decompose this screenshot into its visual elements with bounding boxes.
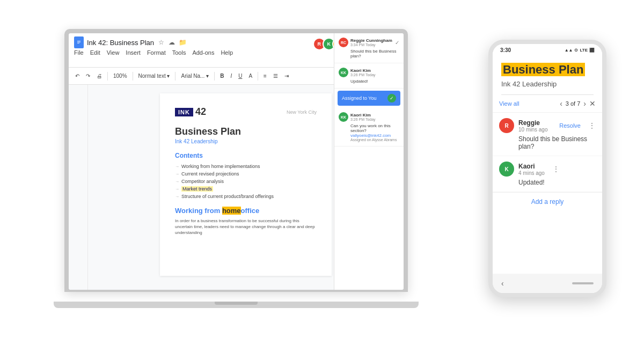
doc-content-area: INK 42 New York City Business Plan Ink 4…: [69, 85, 404, 290]
comment-user-info-3: Kaori Kim 3:26 PM Today: [350, 113, 376, 121]
prev-arrow[interactable]: ‹: [560, 99, 562, 108]
comment-time-3: 3:26 PM Today: [350, 118, 376, 121]
toc-item-3: Competitor analysis: [175, 179, 317, 184]
mobile-status-bar: 3:30 ▲▲ ⊙ LTE ⬛: [493, 44, 602, 56]
mobile-add-reply[interactable]: Add a reply: [493, 192, 602, 211]
toolbar-font[interactable]: Arial Na... ▾: [179, 72, 211, 80]
comment-bubble-1: RC Reggie Cunningham 3:34 PM Today ✓ Sho…: [334, 33, 404, 63]
toolbar-align[interactable]: ≡: [261, 72, 269, 80]
assigned-text: Assigned to You: [342, 96, 377, 101]
close-icon[interactable]: ✕: [589, 99, 596, 108]
menu-insert[interactable]: Insert: [126, 49, 141, 56]
mobile-frame: 3:30 ▲▲ ⊙ LTE ⬛ Business Plan Ink 42 Lea…: [488, 40, 606, 297]
doc-logo-box: INK: [175, 108, 193, 116]
toolbar-undo[interactable]: ↶: [73, 72, 82, 80]
doc-contents-label: Contents: [175, 152, 317, 159]
toc-item-5: Structure of current product/brand offer…: [175, 194, 317, 199]
mobile-device: 3:30 ▲▲ ⊙ LTE ⬛ Business Plan Ink 42 Lea…: [488, 40, 606, 297]
comment-avatar-kaori: KK: [339, 68, 348, 77]
comment-panel: RC Reggie Cunningham 3:34 PM Today ✓ Sho…: [334, 33, 404, 290]
mobile-commenter-info-2: Kaori 4 mins ago: [518, 163, 545, 176]
commenter-name-1: Reggie Cunningham: [350, 38, 392, 43]
docs-icon: [74, 36, 84, 48]
doc-location: New York City: [287, 109, 317, 115]
toolbar-indent[interactable]: ⇥: [282, 72, 291, 80]
mobile-title-text: Business Plan: [501, 63, 585, 76]
check-icon-1[interactable]: ✓: [395, 40, 399, 46]
svg-rect-1: [77, 41, 80, 41]
network-icon: LTE: [580, 48, 588, 53]
menu-tools[interactable]: Tools: [172, 49, 186, 56]
separator-2: [133, 72, 133, 80]
menu-format[interactable]: Format: [147, 49, 166, 56]
doc-page: INK 42 New York City Business Plan Ink 4…: [160, 93, 332, 276]
mobile-avatar-reggie: R: [499, 118, 514, 133]
mobile-comment-user-row-2: K Kaori 4 mins ago ⋮: [499, 162, 596, 177]
toolbar-print[interactable]: 🖨: [94, 72, 104, 80]
toolbar-list[interactable]: ☰: [271, 72, 280, 80]
laptop: Ink 42: Business Plan ☆ ☁ 📁 Last edit wa…: [54, 29, 419, 308]
toolbar-bold[interactable]: B: [218, 72, 226, 80]
mobile-status-icons: ▲▲ ⊙ LTE ⬛: [565, 48, 595, 53]
mobile-comment-body-2: Updated!: [518, 179, 596, 186]
separator-5: [258, 72, 258, 80]
toolbar-color[interactable]: A: [246, 72, 254, 80]
laptop-base: [54, 302, 419, 308]
bottom-back-arrow[interactable]: ‹: [501, 279, 504, 288]
folder-icon: 📁: [179, 39, 186, 46]
toolbar-style[interactable]: Normal text ▾: [136, 72, 172, 80]
mobile-avatar-kaori: K: [499, 162, 514, 177]
mobile-business-plan-title: Business Plan: [501, 63, 594, 77]
mobile-comment-time-2: 4 mins ago: [518, 170, 545, 176]
toc-item-4: Market trends: [175, 186, 317, 192]
next-arrow[interactable]: ›: [583, 99, 586, 108]
mobile-content: Business Plan Ink 42 Leadership View all…: [493, 56, 602, 274]
toc-item-2: Current revised projections: [175, 171, 317, 177]
comment-avatar-reggie: RC: [339, 38, 348, 47]
toolbar-underline[interactable]: U: [236, 72, 244, 80]
mobile-subtitle: Ink 42 Leadership: [501, 80, 594, 88]
mobile-commenter-name-2: Kaori: [518, 163, 545, 170]
doc-logo-num: 42: [195, 106, 206, 118]
comment-user-row-1: RC Reggie Cunningham 3:34 PM Today ✓: [339, 38, 399, 47]
comment-time-1: 3:34 PM Today: [350, 43, 392, 47]
resolve-button[interactable]: Resolve: [559, 122, 581, 129]
menu-file[interactable]: File: [74, 49, 84, 56]
star-icon[interactable]: ☆: [157, 39, 165, 46]
cloud-icon: ☁: [168, 39, 175, 46]
assigned-banner: Assigned to You ✓: [338, 91, 400, 106]
mobile-doc-header: Business Plan Ink 42 Leadership: [493, 56, 602, 94]
comment-user-info-1: Reggie Cunningham 3:34 PM Today: [350, 38, 392, 47]
mobile-comment-header: View all ‹ 3 of 7 › ✕: [493, 95, 602, 113]
comment-link[interactable]: vallyoeis@ink42.com: [350, 133, 399, 138]
doc-subtitle: Ink 42 Leadership: [175, 138, 317, 144]
menu-view[interactable]: View: [107, 49, 120, 56]
more-options-button-2[interactable]: ⋮: [552, 165, 560, 173]
doc-section-title: Working from homeoffice: [175, 207, 317, 215]
mobile-nav-row: ‹ 3 of 7 › ✕: [560, 99, 596, 108]
mobile-bottom-bar: ‹: [493, 274, 602, 293]
toolbar-italic[interactable]: I: [228, 72, 234, 80]
comment-text-3: Can you work on this section?: [350, 123, 399, 133]
comment-text-2: Updated!: [350, 79, 399, 84]
comment-user-info-2: Kaori Kim 3:26 PM Today: [350, 68, 376, 77]
mobile-comment-2: K Kaori 4 mins ago ⋮ Updated!: [493, 156, 602, 192]
mobile-commenter-name-1: Reggie: [518, 119, 547, 127]
svg-rect-3: [77, 43, 79, 43]
doc-logo-area: INK 42 New York City: [175, 106, 317, 118]
commenter-name-2: Kaori Kim: [350, 68, 376, 73]
comment-avatar-kaori-2: KK: [339, 112, 348, 122]
comment-bubble-3: KK Kaori Kim 3:26 PM Today Can you work …: [334, 108, 404, 146]
doc-business-plan: Business Plan: [175, 126, 317, 137]
menu-help[interactable]: Help: [221, 49, 233, 56]
toolbar-zoom[interactable]: 100%: [111, 72, 129, 80]
more-options-button[interactable]: ⋮: [588, 121, 596, 130]
mobile-view-all[interactable]: View all: [499, 100, 519, 107]
menu-addons[interactable]: Add-ons: [192, 49, 214, 56]
highlight-home: home: [222, 207, 241, 215]
toolbar-redo[interactable]: ↷: [84, 72, 92, 80]
scene: Ink 42: Business Plan ☆ ☁ 📁 Last edit wa…: [27, 13, 617, 324]
menu-edit[interactable]: Edit: [90, 49, 100, 56]
mobile-comment-body-1: Should this be Business plan?: [518, 135, 596, 150]
laptop-screen-border: Ink 42: Business Plan ☆ ☁ 📁 Last edit wa…: [64, 29, 408, 292]
